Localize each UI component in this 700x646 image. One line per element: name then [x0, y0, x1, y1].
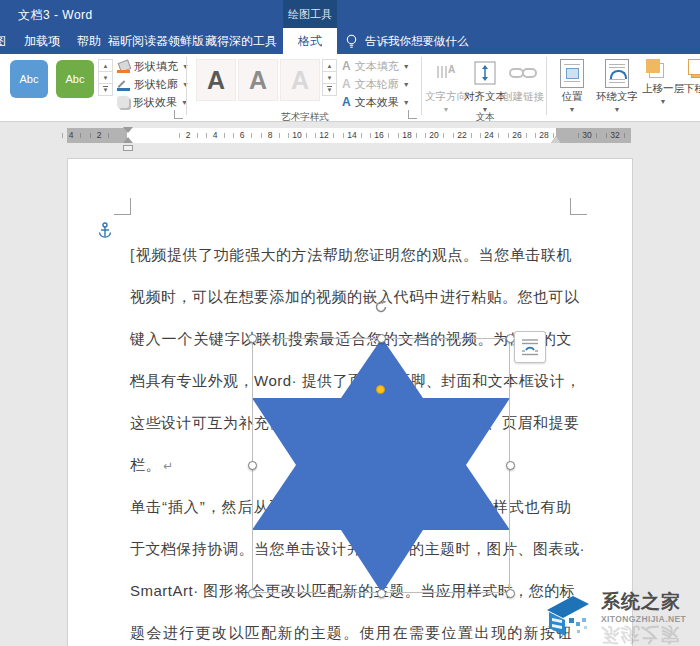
- ruler-tick: [288, 133, 289, 138]
- position-button[interactable]: 位置 ▼: [554, 58, 590, 113]
- ruler-tick: [398, 133, 399, 138]
- resize-handle-se[interactable]: [506, 589, 515, 598]
- align-text-button[interactable]: 对齐文本 ▼: [464, 58, 506, 113]
- ruler-tick: [343, 133, 344, 138]
- margin-cropmark-left: [114, 198, 131, 215]
- wordart-gallery-scroll: ▲ ▼ ▼: [322, 59, 337, 95]
- ruler-number: 26: [512, 130, 521, 141]
- contextual-tab-header: 绘图工具: [283, 0, 337, 28]
- ruler-tick: [197, 133, 198, 138]
- align-text-icon: [464, 58, 506, 88]
- wrap-text-label: 环绕文字: [594, 90, 640, 104]
- lightbulb-icon: [345, 34, 358, 49]
- watermark-title: 系统之家: [601, 592, 686, 612]
- wrap-text-icon: [594, 58, 640, 88]
- tab-clipped[interactable]: 图: [0, 28, 9, 54]
- shape-effects-button[interactable]: 形状效果▼: [117, 93, 188, 111]
- watermark-reflection: 系统之家: [601, 624, 686, 644]
- create-link-label: 创建链接: [502, 90, 544, 104]
- title-bar: 文档3 - Word 绘图工具: [0, 0, 700, 28]
- text-fill-button[interactable]: A 文本填充▼: [342, 57, 410, 75]
- send-backward-button[interactable]: 下移一层 ▼: [684, 58, 700, 105]
- ruler-tick: [370, 133, 371, 138]
- resize-handle-sw[interactable]: [248, 589, 257, 598]
- ruler-number: 12: [319, 130, 328, 141]
- bring-forward-button[interactable]: 上移一层 ▼: [642, 58, 684, 105]
- ruler-tick: [453, 133, 454, 138]
- ruler-tick: [508, 133, 509, 138]
- wordart-thumb-2[interactable]: A: [238, 59, 278, 101]
- shape-style-gallery-scroll: ▲ ▼ ▼: [98, 59, 113, 95]
- ruler-number: 10: [292, 130, 301, 141]
- text-cursor-mark: [: [130, 246, 135, 263]
- resize-handle-nw[interactable]: [248, 334, 257, 343]
- shape-outline-label: 形状轮廓: [134, 77, 178, 92]
- word-window: 文档3 - Word 绘图工具 图 加载项 帮助 福昕阅读器领鲜版 藏得深的工具…: [0, 0, 700, 646]
- rotate-handle[interactable]: [372, 299, 390, 317]
- ruler-number: 32: [610, 130, 619, 141]
- ruler-tick: [596, 133, 597, 138]
- ruler-tick: [333, 133, 334, 138]
- ruler-tick: [606, 133, 607, 138]
- ruler-number: 4: [69, 130, 74, 141]
- tab-hidden-tools[interactable]: 藏得深的工具: [202, 28, 280, 54]
- tab-help[interactable]: 帮助: [68, 28, 110, 54]
- svg-text:A: A: [448, 64, 455, 75]
- text-fill-label: 文本填充: [355, 59, 399, 74]
- ribbon: Abc Abc ▲ ▼ ▼ 形状填充▼ 形状轮廓▼ 形状效果▼ A A A ▲ …: [0, 54, 700, 122]
- first-line-indent-marker[interactable]: [123, 127, 133, 133]
- ruler-tick: [206, 133, 207, 138]
- send-backward-icon: [684, 58, 700, 80]
- text-direction-button[interactable]: A 文字方向 ▼: [425, 58, 467, 113]
- shape-styles-dialog-launcher[interactable]: [174, 110, 183, 119]
- text-outline-button[interactable]: A 文本轮廓▼: [342, 75, 410, 93]
- wrap-text-button[interactable]: 环绕文字 ▼: [594, 58, 640, 113]
- watermark-logo-icon: [543, 588, 595, 640]
- gallery-more-button[interactable]: ▼: [322, 83, 337, 96]
- object-anchor-icon: [98, 222, 112, 243]
- tab-addins[interactable]: 加载项: [16, 28, 68, 54]
- ruler-tick: [224, 133, 225, 138]
- text-effects-icon: A: [342, 95, 351, 109]
- tab-format[interactable]: 格式: [283, 28, 337, 54]
- tab-foxit[interactable]: 福昕阅读器领鲜版: [108, 28, 204, 54]
- text-line-2: 视频时，可以在想要添加的视频的嵌入代码中进行粘贴。您也可以: [130, 276, 572, 318]
- hanging-indent-marker[interactable]: [123, 137, 133, 143]
- text-effects-button[interactable]: A 文本效果▼: [342, 93, 410, 111]
- shape-style-thumb-green[interactable]: Abc: [56, 60, 94, 98]
- ruler-tick: [261, 133, 262, 138]
- ruler-number: 8: [268, 130, 273, 141]
- horizontal-ruler[interactable]: 422468101214161820222426283032: [67, 128, 631, 143]
- ruler-tick: [108, 133, 109, 138]
- shape-outline-button[interactable]: 形状轮廓▼: [117, 75, 189, 93]
- ruler-tick: [624, 133, 625, 138]
- resize-handle-s[interactable]: [377, 589, 386, 598]
- create-link-button[interactable]: 创建链接: [502, 58, 544, 104]
- ruler-number: 22: [457, 130, 466, 141]
- shape-fill-button[interactable]: 形状填充▼: [117, 57, 189, 75]
- tell-me-label: 告诉我你想要做什么: [365, 34, 469, 49]
- bring-forward-label: 上移一层: [642, 82, 684, 96]
- ruler-number: 20: [429, 130, 438, 141]
- resize-handle-n[interactable]: [377, 334, 386, 343]
- ruler-tick: [388, 133, 389, 138]
- text-effects-label: 文本效果: [355, 95, 399, 110]
- resize-handle-e[interactable]: [506, 461, 515, 470]
- tell-me-box[interactable]: 告诉我你想要做什么: [345, 28, 469, 54]
- layout-options-button[interactable]: [514, 331, 546, 363]
- wordart-thumb-3[interactable]: A: [280, 59, 320, 101]
- shape-selection-box: [252, 338, 510, 593]
- ruler-number: 24: [484, 130, 493, 141]
- shape-style-thumb-blue[interactable]: Abc: [10, 60, 48, 98]
- ruler-tick: [535, 133, 536, 138]
- wordart-dialog-launcher[interactable]: [408, 110, 417, 119]
- ruler-tick: [251, 133, 252, 138]
- ruler-tick: [179, 133, 180, 138]
- left-indent-marker[interactable]: [123, 145, 133, 151]
- resize-handle-w[interactable]: [248, 461, 257, 470]
- shape-adjust-handle[interactable]: [376, 385, 385, 394]
- wordart-thumb-1[interactable]: A: [196, 59, 236, 101]
- bring-forward-icon: [642, 58, 666, 80]
- right-indent-marker[interactable]: [551, 136, 561, 143]
- gallery-more-button[interactable]: ▼: [98, 83, 113, 96]
